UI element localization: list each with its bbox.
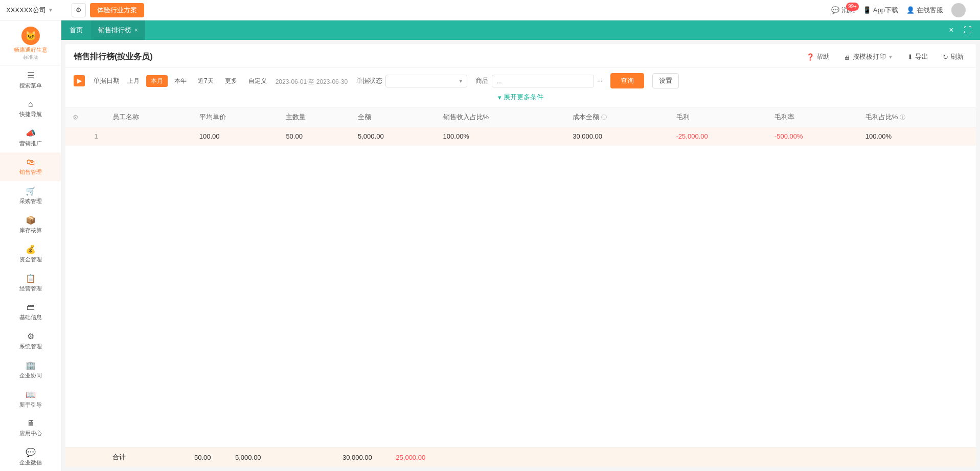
sidebar-item-sales[interactable]: 🛍 销售管理 xyxy=(0,152,61,181)
chevron-down-icon: ▾ xyxy=(498,94,502,101)
date-btn-current-month[interactable]: 本月 xyxy=(146,75,168,87)
row-avg-price: 100.00 xyxy=(193,127,280,146)
print-chevron-icon: ▼ xyxy=(888,54,893,60)
sidebar-item-finance[interactable]: 💰 资金管理 xyxy=(0,239,61,268)
goods-label: 商品 xyxy=(475,76,489,85)
date-btn-7days[interactable]: 近7天 xyxy=(193,75,218,87)
app-download-button[interactable]: 📱 App下载 xyxy=(863,6,898,15)
sidebar-item-appstore[interactable]: 🖥 应用中心 xyxy=(0,414,61,442)
guide-icon: 📖 xyxy=(26,390,36,399)
app-icon: 📱 xyxy=(863,6,871,14)
message-button[interactable]: 💬 消息 99+ xyxy=(831,6,855,15)
sidebar-item-label: 经营管理 xyxy=(19,285,42,293)
sidebar-item-operation[interactable]: 📋 经营管理 xyxy=(0,268,61,298)
sidebar-item-search[interactable]: ☰ 搜索菜单 xyxy=(0,65,61,95)
print-label: 按模板打印 xyxy=(853,52,886,61)
trial-button[interactable]: 体验行业方案 xyxy=(90,3,144,17)
status-select-wrapper xyxy=(385,75,467,87)
operation-icon: 📋 xyxy=(26,274,36,283)
sidebar-item-label: 资金管理 xyxy=(19,256,42,263)
sidebar-item-label: 销售管理 xyxy=(19,168,42,176)
table-footer: 合计 50.00 5,000.00 30,000.00 -25,000.00 xyxy=(65,447,976,467)
date-btn-more[interactable]: 更多 xyxy=(220,75,242,87)
tab-home-label: 首页 xyxy=(70,26,83,35)
refresh-label: 刷新 xyxy=(950,52,964,61)
sidebar-item-marketing[interactable]: 📣 营销推广 xyxy=(0,123,61,152)
expand-more-button[interactable]: ▾ 展开更多条件 xyxy=(498,93,543,102)
sidebar-item-label: 企业协同 xyxy=(19,372,42,379)
col-amount: 全额 xyxy=(352,107,437,127)
sidebar-item-guide[interactable]: 📖 新手引导 xyxy=(0,385,61,414)
message-badge: 99+ xyxy=(846,3,859,11)
company-name: XXXXXX公司 xyxy=(6,6,46,15)
appstore-icon: 🖥 xyxy=(27,419,35,428)
filter-row: ▶ 单据日期 上月 本月 本年 近7天 更多 自定义 xyxy=(74,73,968,88)
company-selector[interactable]: XXXXXX公司 ▼ xyxy=(6,6,67,15)
sidebar-item-label: 系统管理 xyxy=(19,343,42,350)
date-buttons: 上月 本月 本年 近7天 更多 自定义 xyxy=(123,75,271,87)
query-button[interactable]: 查询 xyxy=(610,73,644,88)
refresh-button[interactable]: ↻ 刷新 xyxy=(939,50,968,63)
sidebar-item-weixin[interactable]: 💬 企业微信 xyxy=(0,442,61,471)
content-area: 首页 销售排行榜 × × ⛶ 销售排行榜(按业务员) ❓ 帮助 xyxy=(61,20,980,471)
tab-bar: 首页 销售排行榜 × × ⛶ xyxy=(61,20,980,40)
expand-more-label: 展开更多条件 xyxy=(504,93,543,102)
col-settings[interactable]: ⚙ xyxy=(65,107,86,127)
col-cost: 成本全额 ⓘ xyxy=(566,107,670,127)
col-gross-rate: 毛利率 xyxy=(768,107,859,127)
logo-subtext: 标准版 xyxy=(23,54,38,61)
filter-settings-button[interactable]: 设置 xyxy=(652,73,679,88)
footer-gross: -25,000.00 xyxy=(394,454,445,461)
table-header-row: ⚙ 员工名称 平均单价 主数量 全额 销售收入占比% 成本全额 ⓘ 毛利 毛利率… xyxy=(65,107,976,127)
status-filter: 单据状态 xyxy=(356,75,467,87)
company-settings-button[interactable]: ⚙ xyxy=(72,3,86,17)
page-actions: ❓ 帮助 🖨 按模板打印 ▼ ⬇ 导出 ↻ 刷新 xyxy=(802,50,968,63)
sidebar-item-label: 快捷导航 xyxy=(19,110,42,118)
logo-text: 畅康通好生意 xyxy=(14,46,48,54)
help-button[interactable]: ❓ 帮助 xyxy=(802,50,834,63)
system-icon: ⚙ xyxy=(27,331,34,341)
service-label: 在线客服 xyxy=(917,6,943,15)
row-employee-name xyxy=(106,127,193,146)
col-avg-price: 平均单价 xyxy=(193,107,280,127)
inventory-icon: 📦 xyxy=(26,215,36,225)
sidebar-item-corp[interactable]: 🏢 企业协同 xyxy=(0,355,61,385)
sidebar-item-basic[interactable]: 🗃 基础信息 xyxy=(0,298,61,326)
date-btn-current-year[interactable]: 本年 xyxy=(170,75,191,87)
chevron-down-icon: ▼ xyxy=(48,7,53,13)
basic-icon: 🗃 xyxy=(27,303,35,312)
goods-filter: 商品 ··· xyxy=(475,75,602,87)
help-label: 帮助 xyxy=(816,52,830,61)
purchase-icon: 🛒 xyxy=(26,186,36,196)
sidebar-item-system[interactable]: ⚙ 系统管理 xyxy=(0,326,61,355)
page-title: 销售排行榜(按业务员) xyxy=(74,52,153,62)
date-btn-custom[interactable]: 自定义 xyxy=(244,75,271,87)
export-button[interactable]: ⬇ 导出 xyxy=(903,50,932,63)
tab-home[interactable]: 首页 xyxy=(61,20,91,40)
print-button[interactable]: 🖨 按模板打印 ▼ xyxy=(840,50,897,63)
col-sales-pct: 销售收入占比% xyxy=(437,107,567,127)
sales-icon: 🛍 xyxy=(27,158,35,167)
sidebar-item-purchase[interactable]: 🛒 采购管理 xyxy=(0,181,61,210)
tab-sales-ranking[interactable]: 销售排行榜 × xyxy=(91,20,145,40)
sidebar-item-label: 企业微信 xyxy=(19,459,42,466)
date-btn-prev-month[interactable]: 上月 xyxy=(123,75,144,87)
sidebar-item-label: 基础信息 xyxy=(19,313,42,321)
tab-close-window-icon[interactable]: × xyxy=(945,24,958,36)
status-select[interactable] xyxy=(385,75,467,87)
row-gross: -25,000.00 xyxy=(670,127,768,146)
avatar[interactable] xyxy=(951,3,966,17)
footer-label: 合计 xyxy=(112,453,153,462)
online-service-button[interactable]: 👤 在线客服 xyxy=(906,6,943,15)
tab-maximize-icon[interactable]: ⛶ xyxy=(962,24,974,36)
sidebar-item-label: 新手引导 xyxy=(19,401,42,409)
logo-area: 🐱 畅康通好生意 标准版 xyxy=(0,20,61,65)
goods-input[interactable] xyxy=(492,75,594,87)
tab-close-icon[interactable]: × xyxy=(134,27,138,34)
sidebar-item-shortcut[interactable]: ⌂ 快捷导航 xyxy=(0,95,61,123)
goods-more-button[interactable]: ··· xyxy=(597,77,602,84)
sidebar-item-label: 采购管理 xyxy=(19,197,42,205)
sidebar-item-inventory[interactable]: 📦 库存核算 xyxy=(0,210,61,239)
message-icon: 💬 xyxy=(831,6,839,14)
collapse-filter-button[interactable]: ▶ xyxy=(74,75,85,86)
